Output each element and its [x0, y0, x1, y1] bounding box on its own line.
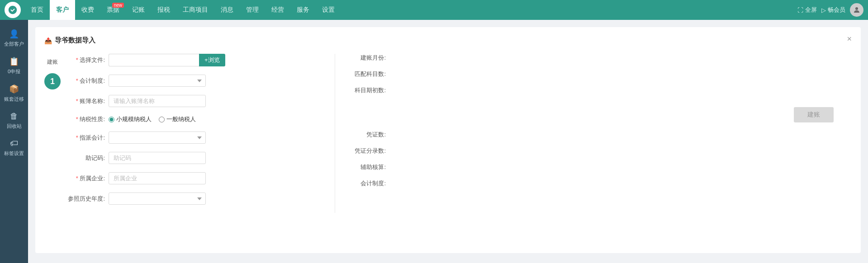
build-month-row: 建账月份: — [349, 54, 852, 62]
company-row: 所属企业: — [68, 172, 321, 184]
vip-icon: ▷ — [821, 7, 826, 14]
sidebar-item-tag-settings[interactable]: 🏷 标签设置 — [0, 134, 28, 161]
sidebar-item-recycle[interactable]: 🗑 回收站 — [0, 107, 28, 134]
tax-type-row: 纳税性质: 小规模纳税人 一般纳税人 — [68, 115, 321, 123]
svg-point-0 — [855, 7, 858, 10]
match-subject-label: 匹配科目数: — [349, 70, 389, 78]
main-content: 📤 导爷数据导入 × 建账 1 选择文件: +浏览 — [28, 20, 868, 263]
tax-type-general-radio[interactable] — [159, 117, 165, 122]
subject-initial-row: 科目期初数: — [349, 86, 852, 94]
build-account-button[interactable]: 建账 — [794, 107, 834, 122]
memo-row: 助记码: — [68, 152, 321, 164]
nav-fees[interactable]: 收费 — [75, 0, 100, 20]
form-right: 建账月份: 匹配科目数: 科目期初数: 建账 凭证数: — [335, 54, 852, 213]
sidebar-item-all-clients[interactable]: 👤 全部客户 — [0, 24, 28, 52]
sidebar-item-account-migration[interactable]: 📦 账套迁移 — [0, 80, 28, 107]
accounting-system-label: 会计制度: — [68, 77, 109, 85]
memo-label: 助记码: — [68, 154, 109, 162]
aux-accounting-label: 辅助核算: — [349, 163, 389, 171]
assign-accountant-select[interactable] — [109, 132, 206, 144]
sidebar-item-declaration[interactable]: 📋 0申报 — [0, 52, 28, 80]
browse-button[interactable]: +浏览 — [199, 54, 225, 66]
ref-year-row: 参照历史年度: — [68, 193, 321, 205]
recycle-icon: 🗑 — [10, 112, 18, 121]
voucher-entry-label: 凭证分录数: — [349, 147, 389, 155]
step-circle: 1 — [44, 73, 61, 89]
nav-operations[interactable]: 经营 — [265, 0, 290, 20]
form-section: 选择文件: +浏览 会计制度: — [68, 54, 321, 213]
accounting-system-select[interactable] — [109, 75, 206, 87]
account-book-name-input[interactable] — [109, 95, 206, 107]
memo-input[interactable] — [109, 152, 206, 164]
vip-btn[interactable]: ▷ 畅会员 — [821, 6, 845, 14]
panel: 📤 导爷数据导入 × 建账 1 选择文件: +浏览 — [35, 27, 861, 253]
select-file-label: 选择文件: — [68, 56, 109, 64]
tag-settings-icon: 🏷 — [10, 139, 18, 148]
assign-accountant-row: 指派会计: — [68, 132, 321, 144]
nav-management[interactable]: 管理 — [240, 0, 265, 20]
all-clients-icon: 👤 — [9, 29, 19, 39]
top-nav: 首页 客户 收费 票据 new 记账 报税 工商项目 消息 管理 经营 服务 设… — [0, 0, 868, 20]
avatar[interactable] — [850, 3, 863, 17]
nav-messages[interactable]: 消息 — [214, 0, 240, 20]
select-file-row: 选择文件: +浏览 — [68, 54, 321, 66]
assign-accountant-label: 指派会计: — [68, 134, 109, 142]
nav-tax[interactable]: 报税 — [151, 0, 176, 20]
tax-type-label: 纳税性质: — [68, 115, 109, 123]
fullscreen-btn[interactable]: ⛶ 全屏 — [797, 6, 817, 14]
ref-year-label: 参照历史年度: — [68, 195, 109, 203]
ref-year-select[interactable] — [109, 193, 206, 205]
app-logo — [5, 2, 21, 18]
account-book-name-row: 账簿名称: — [68, 95, 321, 107]
tax-type-small-radio[interactable] — [109, 117, 114, 122]
select-file-input[interactable] — [109, 54, 199, 66]
nav-bills-badge: new — [112, 3, 124, 8]
tax-type-small-label[interactable]: 小规模纳税人 — [109, 115, 152, 123]
subject-initial-label: 科目期初数: — [349, 86, 389, 94]
sidebar: 👤 全部客户 📋 0申报 📦 账套迁移 🗑 回收站 🏷 标签设置 — [0, 20, 28, 263]
file-input-group: +浏览 — [109, 54, 225, 66]
right-accounting-system-label: 会计制度: — [349, 179, 389, 188]
form-container: 建账 1 选择文件: +浏览 会计制度: — [44, 54, 852, 213]
company-input[interactable] — [109, 172, 206, 184]
nav-right: ⛶ 全屏 ▷ 畅会员 — [797, 3, 863, 17]
panel-title: 📤 导爷数据导入 — [44, 36, 852, 45]
right-accounting-system-row: 会计制度: — [349, 179, 852, 188]
close-button[interactable]: × — [847, 34, 852, 44]
aux-accounting-row: 辅助核算: — [349, 163, 852, 171]
account-migration-icon: 📦 — [9, 84, 19, 94]
match-subject-row: 匹配科目数: — [349, 70, 852, 78]
nav-clients[interactable]: 客户 — [50, 0, 75, 20]
accounting-system-row: 会计制度: — [68, 75, 321, 87]
declaration-icon: 📋 — [9, 56, 19, 66]
nav-business[interactable]: 工商项目 — [176, 0, 214, 20]
nav-bookkeeping[interactable]: 记账 — [126, 0, 151, 20]
voucher-entry-row: 凭证分录数: — [349, 147, 852, 155]
nav-settings[interactable]: 设置 — [316, 0, 341, 20]
tax-type-radio-group: 小规模纳税人 一般纳税人 — [109, 115, 196, 123]
account-book-name-label: 账簿名称: — [68, 97, 109, 105]
voucher-count-label: 凭证数: — [349, 131, 389, 139]
fullscreen-icon: ⛶ — [797, 7, 803, 14]
panel-title-icon: 📤 — [44, 37, 52, 44]
build-month-label: 建账月份: — [349, 54, 389, 62]
company-label: 所属企业: — [68, 174, 109, 183]
nav-items: 首页 客户 收费 票据 new 记账 报税 工商项目 消息 管理 经营 服务 设… — [24, 0, 797, 20]
form-left: 建账 1 选择文件: +浏览 会计制度: — [44, 54, 321, 213]
nav-home[interactable]: 首页 — [24, 0, 50, 20]
nav-services[interactable]: 服务 — [290, 0, 316, 20]
voucher-count-row: 凭证数: — [349, 131, 852, 139]
step-label: 建账 — [47, 58, 58, 66]
tax-type-general-label[interactable]: 一般纳税人 — [159, 115, 196, 123]
nav-bills[interactable]: 票据 new — [100, 0, 126, 20]
